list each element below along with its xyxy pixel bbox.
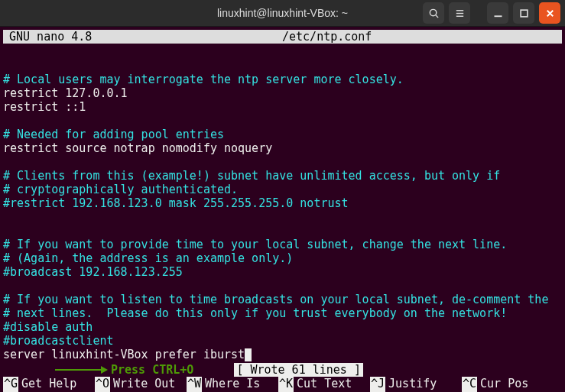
shortcut-justify[interactable]: ^JJustify [370, 377, 462, 390]
shortcut-label: Cur Pos [480, 377, 528, 390]
hamburger-icon [454, 8, 466, 19]
shortcut-key: ^K [278, 377, 294, 390]
shortcut-label: Cut Text [297, 377, 352, 390]
shortcut-label: Justify [388, 377, 437, 390]
blank-line [3, 279, 10, 293]
svg-point-0 [430, 9, 436, 15]
file-line: #disable auth [3, 320, 93, 334]
arrow-line [55, 369, 101, 371]
shortcut-bar: ^GGet Help ^OWrite Out ^WWhere Is ^KCut … [0, 377, 565, 392]
file-line: restrict source notrap nomodify noquery [3, 141, 272, 155]
annotation-arrow [55, 366, 108, 374]
cursor [245, 348, 252, 361]
file-line: #restrict 192.168.123.0 mask 255.255.255… [3, 196, 349, 210]
annotation-text: Press CTRL+O [111, 363, 193, 377]
shortcut-where-is[interactable]: ^WWhere Is [187, 377, 278, 390]
minimize-icon [492, 8, 504, 19]
shortcut-key: ^O [95, 377, 110, 390]
file-line: # next lines. Please do this only if you… [3, 306, 507, 320]
editor-file: /etc/ntp.conf [92, 30, 562, 44]
blank-line [3, 114, 10, 128]
search-button[interactable] [423, 2, 444, 24]
shortcut-cut-text[interactable]: ^KCut Text [278, 377, 370, 390]
shortcut-label: Write Out [113, 377, 175, 390]
shortcut-label: Get Help [21, 377, 76, 390]
menu-button[interactable] [449, 2, 470, 24]
current-line: server linuxhint-VBox prefer iburst [3, 348, 252, 361]
maximize-button[interactable] [513, 2, 534, 24]
shortcut-key: ^W [187, 377, 202, 390]
close-icon [544, 8, 556, 19]
shortcut-row: ^GGet Help ^OWrite Out ^WWhere Is ^KCut … [3, 377, 562, 390]
file-line: #broadcastclient [3, 334, 114, 348]
file-line: restrict ::1 [3, 100, 86, 114]
blank-line [3, 210, 10, 224]
search-icon [428, 8, 440, 19]
maximize-icon [518, 8, 530, 19]
file-line: # (Again, the address is an example only… [3, 251, 293, 265]
file-line: # If you want to provide time to your lo… [3, 238, 507, 251]
window-title: linuxhint@linuxhint-VBox: ~ [144, 7, 422, 19]
blank-line [3, 155, 10, 169]
editor-name: GNU nano 4.8 [3, 30, 92, 44]
window-titlebar: linuxhint@linuxhint-VBox: ~ [0, 0, 565, 27]
svg-rect-6 [521, 10, 528, 17]
svg-line-1 [435, 15, 437, 17]
status-message: [ Wrote 61 lines ] [234, 363, 363, 377]
blank-line [3, 59, 10, 73]
file-line: #broadcast 192.168.123.255 [3, 265, 183, 279]
file-line: # If you want to listen to time broadcas… [3, 293, 548, 306]
minimize-button[interactable] [487, 2, 508, 24]
shortcut-key: ^J [370, 377, 385, 390]
titlebar-controls [421, 2, 560, 24]
editor-content[interactable]: # Local users may interrogate the ntp se… [0, 44, 565, 363]
arrow-head-icon [101, 366, 108, 374]
shortcut-key: ^G [3, 377, 18, 390]
file-line: # Needed for adding pool entries [3, 128, 224, 141]
shortcut-label: Where Is [205, 377, 260, 390]
nano-header: GNU nano 4.8 /etc/ntp.conf [3, 30, 562, 44]
file-line: # cryptographically authenticated. [3, 183, 238, 196]
blank-line [3, 224, 10, 238]
shortcut-key: ^C [462, 377, 477, 390]
file-line: restrict 127.0.0.1 [3, 86, 128, 100]
close-button[interactable] [539, 2, 560, 24]
shortcut-get-help[interactable]: ^GGet Help [3, 377, 95, 390]
status-row: Press CTRL+O [ Wrote 61 lines ] [0, 363, 565, 377]
shortcut-write-out[interactable]: ^OWrite Out [95, 377, 187, 390]
file-line: # Local users may interrogate the ntp se… [3, 73, 404, 86]
shortcut-cur-pos[interactable]: ^CCur Pos [462, 377, 554, 390]
file-line: # Clients from this (example!) subnet ha… [3, 169, 500, 183]
